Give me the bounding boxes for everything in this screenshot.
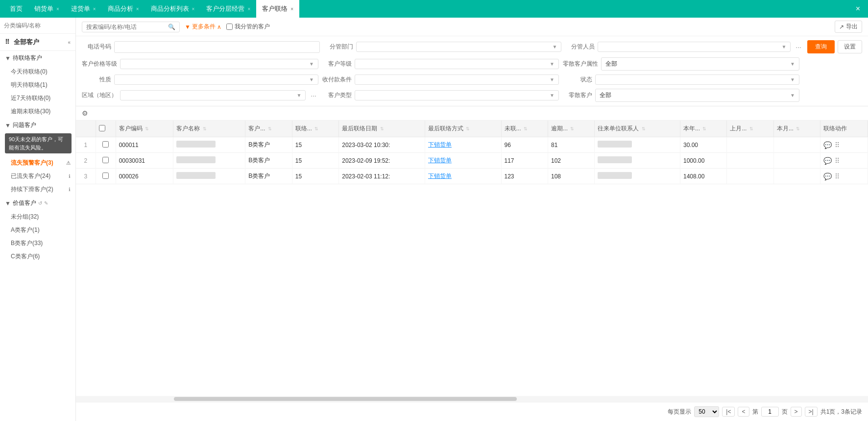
col-code: 客户编码 ⇅ (116, 121, 173, 137)
horizontal-scrollbar[interactable] (76, 396, 868, 402)
close-customer-segment-tab[interactable]: × (247, 6, 250, 12)
phone-input[interactable] (114, 41, 320, 53)
status-select[interactable]: ▼ (595, 74, 799, 85)
code-sort-icon[interactable]: ⇅ (145, 126, 149, 131)
row-checkbox-0[interactable] (102, 141, 109, 148)
close-sales-tab[interactable]: × (56, 6, 59, 12)
sidebar-churned[interactable]: 已流失客户(24) ℹ (0, 170, 75, 183)
nature-select[interactable]: ▼ (114, 74, 318, 85)
action-chat-icon-0[interactable]: 💬 (823, 141, 832, 149)
customer-level-select[interactable]: ▼ (355, 59, 559, 69)
page-input[interactable] (761, 407, 779, 417)
region-more-dots[interactable]: ··· (309, 92, 318, 99)
action-more-icon-0[interactable]: ⠿ (835, 141, 840, 149)
nav-customer-contact[interactable]: 客户联络 × (256, 0, 299, 18)
sidebar-c-class[interactable]: C类客户(6) (0, 250, 75, 263)
prev-page-button[interactable]: < (738, 407, 749, 417)
section-arrow-pending: ▼ (5, 55, 11, 62)
filter-search-input[interactable] (86, 24, 168, 30)
sidebar-ungrouped[interactable]: 未分组(32) (0, 210, 75, 223)
filter-search-button[interactable]: 🔍 (168, 24, 175, 30)
region-select[interactable]: ▼ (120, 90, 306, 100)
nav-customer-segment[interactable]: 客户分层经营 × (200, 0, 256, 18)
next-page-button[interactable]: > (791, 407, 802, 417)
section-problem-customers[interactable]: ▼ 问题客户 (0, 118, 75, 132)
more-conditions-button[interactable]: ▼ 更多条件 ∧ (185, 23, 221, 31)
pagination-bar: 每页显示 50 100 |< < 第 页 > >| 共1页，3条记录 (76, 402, 868, 421)
way-sort-icon[interactable]: ⇅ (466, 126, 470, 131)
per-page-select[interactable]: 50 100 (694, 406, 719, 417)
sidebar-collapse-icon[interactable]: « (68, 40, 71, 45)
row-checkbox-1[interactable] (102, 157, 109, 163)
export-button[interactable]: ↗ 导出 (835, 21, 862, 33)
date-sort-icon[interactable]: ⇅ (380, 126, 384, 131)
customer-type-select[interactable]: ▼ (355, 90, 559, 100)
select-all-checkbox[interactable] (99, 125, 105, 131)
nav-purchase[interactable]: 进货单 × (65, 0, 102, 18)
query-button[interactable]: 查询 (807, 40, 835, 53)
nav-home[interactable]: 首页 (4, 0, 28, 18)
sidebar-overdue-pending[interactable]: 逾期未联络(30) (0, 105, 75, 118)
overdue-sort-icon[interactable]: ⇅ (570, 126, 574, 131)
action-more-icon-2[interactable]: ⠿ (835, 173, 840, 180)
payment-field: 收付款条件 ▼ (322, 74, 559, 85)
close-customer-contact-tab[interactable]: × (290, 6, 293, 12)
type-sort-icon[interactable]: ⇅ (268, 126, 272, 131)
action-more-icon-1[interactable]: ⠿ (835, 157, 840, 165)
manager-select[interactable]: ▼ (598, 42, 791, 52)
close-purchase-tab[interactable]: × (93, 6, 96, 12)
row-last-month-2 (727, 169, 773, 184)
name-sort-icon[interactable]: ⇅ (203, 126, 207, 131)
sidebar-declining[interactable]: 持续下滑客户(2) ℹ (0, 183, 75, 196)
row-checkbox-2[interactable] (102, 173, 109, 179)
value-refresh-icon[interactable]: ↺ (38, 200, 42, 206)
lmonth-sort-icon[interactable]: ⇅ (749, 126, 753, 131)
my-customers-checkbox[interactable] (226, 24, 233, 30)
dept-select[interactable]: ▼ (356, 42, 562, 52)
nature-arrow: ▼ (309, 77, 314, 82)
sidebar-today-pending[interactable]: 今天待联络(0) (0, 65, 75, 78)
price-level-select[interactable]: ▼ (120, 59, 318, 69)
row-unit-contact-2 (595, 169, 680, 184)
sidebar-churn-warning[interactable]: 流失预警客户(3) ⚠ (0, 156, 75, 170)
unit-sort-icon[interactable]: ⇅ (642, 126, 646, 131)
action-chat-icon-2[interactable]: 💬 (823, 173, 832, 180)
nav-product-analysis[interactable]: 商品分析 × (102, 0, 145, 18)
close-product-analysis-tab[interactable]: × (136, 6, 139, 12)
sidebar-b-class[interactable]: B类客户(33) (0, 237, 75, 250)
manager-more-dots[interactable]: ··· (794, 43, 803, 51)
section-pending-contact[interactable]: ▼ 待联络客户 (0, 51, 75, 65)
customer-table: 客户编码 ⇅ 客户名称 ⇅ 客户... ⇅ 联络... (76, 121, 868, 184)
table-settings-icon[interactable]: ⚙ (82, 109, 88, 117)
last-page-button[interactable]: >| (805, 407, 818, 417)
action-chat-icon-1[interactable]: 💬 (823, 157, 832, 165)
contact-sort-icon[interactable]: ⇅ (314, 126, 318, 131)
declining-info-icon: ℹ (69, 187, 71, 192)
year-sort-icon[interactable]: ⇅ (702, 126, 706, 131)
sidebar-tomorrow-pending[interactable]: 明天待联络(1) (0, 78, 75, 92)
scrollbar-thumb[interactable] (174, 397, 517, 401)
scattered-customer-select[interactable]: 全部 ▼ (595, 89, 799, 102)
sidebar-7day-pending[interactable]: 近7天待联络(0) (0, 92, 75, 105)
row-unit-contact-0 (595, 137, 680, 153)
nav-product-list[interactable]: 商品分析列表 × (145, 0, 201, 18)
payment-select[interactable]: ▼ (355, 74, 559, 85)
uncontact-sort-icon[interactable]: ⇅ (524, 126, 528, 131)
tmonth-sort-icon[interactable]: ⇅ (796, 126, 800, 131)
nav-sales[interactable]: 销货单 × (28, 0, 65, 18)
row-uncontact-1: 117 (501, 153, 548, 169)
sidebar-a-class[interactable]: A类客户(1) (0, 223, 75, 237)
section-arrow-value: ▼ (5, 200, 11, 207)
sidebar-all-customers[interactable]: ⠿ 全部客户 « (0, 34, 75, 51)
close-product-list-tab[interactable]: × (192, 6, 195, 12)
first-page-button[interactable]: |< (722, 407, 735, 417)
value-edit-icon[interactable]: ✎ (44, 200, 48, 206)
settings-button[interactable]: 设置 (838, 40, 862, 53)
row-last-date-1: 2023-02-09 19:52: (339, 153, 425, 169)
row-index-1: 2 (76, 153, 96, 169)
close-all-button[interactable]: × (852, 4, 864, 13)
sidebar-search-input[interactable] (4, 22, 76, 29)
section-value-customers[interactable]: ▼ 价值客户 ↺ ✎ (0, 196, 75, 210)
scattered-attr-select[interactable]: 全部 ▼ (601, 57, 799, 71)
dept-arrow-icon: ▼ (552, 44, 557, 50)
